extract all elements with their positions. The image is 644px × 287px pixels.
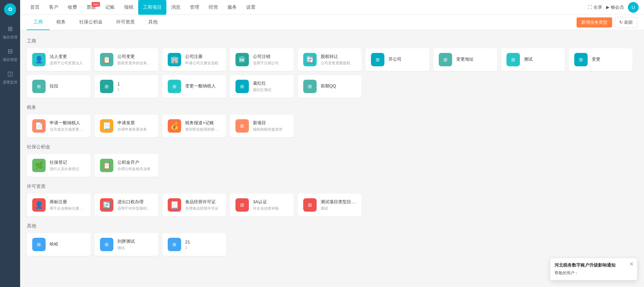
card-desc-apply-invoice: 办理申请发票业务 <box>117 127 153 132</box>
card-info-import-export: 进出口权办理 适用于对外贸易经营者 <box>117 199 153 211</box>
card-title-company-cancel: 公司注销 <box>253 54 288 60</box>
card-early-qq[interactable]: ⊞ 前期QQ <box>298 75 362 98</box>
sidebar-item-progress[interactable]: ◫ 进度监控 <box>0 66 20 88</box>
action-area: 新增业务类型 ↻ 刷新 <box>577 17 637 28</box>
card-social-reg[interactable]: 🌿 社保登记 进行人员社保登记 <box>27 154 91 177</box>
notification-close-button[interactable]: ✕ <box>629 261 634 267</box>
card-change[interactable]: ⊞ 变更 <box>569 48 633 71</box>
card-icon-legal-change: 👤 <box>32 53 46 66</box>
card-lala[interactable]: ⊞ 拉拉 <box>27 75 91 98</box>
card-equity-transfer[interactable]: 🔄 股权转让 公司变更需要股权转让 <box>298 48 362 71</box>
card-liu-pang[interactable]: ⊞ 刘胖测试 测试 <box>95 233 158 256</box>
cards-grid-gongshang: 👤 法人变更 适用于公司变更法人 📋 公司变更 股权变更外的业务变更 <box>27 48 637 98</box>
card-icon-apply-invoice: 📃 <box>100 119 113 133</box>
cards-grid-other: ⊞ 哈哈 ⊞ 刘胖测试 测试 ⊞ <box>27 233 637 256</box>
sidebar: ✿ ⊞ 项目管理 ⊟ 项目类型 ◫ 进度监控 <box>0 0 20 287</box>
fullscreen-btn[interactable]: ⛶ 全屏 <box>588 4 602 10</box>
tab-xuke[interactable]: 许可资质 <box>109 15 142 30</box>
nav-msg[interactable]: 消息 <box>166 0 185 15</box>
page-content: 工商 👤 法人变更 适用于公司变更法人 📋 公司变更 股权变更外的业务变更 <box>20 30 644 287</box>
card-company-cancel[interactable]: 🏛 公司注销 适用于注销公司 <box>230 48 294 71</box>
card-new-project[interactable]: ⊞ 新项目 报税加税控盘保管 <box>230 115 294 137</box>
section-title-other: 其他 <box>27 223 637 229</box>
card-icon-early-qq: ⊞ <box>303 80 317 93</box>
refresh-icon: ↻ <box>619 20 623 25</box>
card-title-3a-cert: 3A认证 <box>253 199 288 205</box>
card-import-export[interactable]: 🔄 进出口权办理 适用于对外贸易经营者 <box>95 194 158 216</box>
section-title-shebao: 社保公积金 <box>27 144 637 150</box>
nav-tax[interactable]: 报税 <box>119 0 138 15</box>
card-icon-change-tax: ⊞ <box>168 80 181 93</box>
card-one[interactable]: ⊞ 1 1 <box>95 75 158 98</box>
sub-panel: 工商 税务 社保公积金 许可资质 其他 新增业务类型 ↻ 刷新 工商 <box>20 15 644 287</box>
tab-other[interactable]: 其他 <box>142 15 164 30</box>
sidebar-item-project-mgmt[interactable]: ⊞ 项目管理 <box>0 21 20 43</box>
card-fund-account[interactable]: 📋 公积金开户 办理公积金相关业务 <box>95 154 158 177</box>
nav-mgmt[interactable]: 管理 <box>185 0 204 15</box>
card-apply-tax[interactable]: 📄 申请一般纳税人 当月或次月成变更完成 <box>27 115 91 137</box>
card-info-one: 1 1 <box>117 81 153 91</box>
card-desc-apply-tax: 当月或次月成变更完成 <box>50 127 85 132</box>
card-change-address[interactable]: ⊞ 变更地址 <box>433 48 497 71</box>
card-trademark[interactable]: 👤 商标注册 用于企业商标注册服务 <box>27 194 91 216</box>
card-twenty-one[interactable]: ⊞ 21 1 <box>162 233 226 256</box>
card-test[interactable]: ⊞ 测试 <box>501 48 565 71</box>
notification-popup: ✕ 河北税务数字账户升级影响通知 尊敬的用户： <box>550 258 637 280</box>
card-info-change-address: 变更地址 <box>456 56 492 63</box>
card-desc-liu-pang: 测试 <box>117 245 153 250</box>
member-btn[interactable]: ▶ 畅会员 <box>606 4 624 10</box>
tab-shebao[interactable]: 社保公积金 <box>72 15 109 30</box>
card-title-early-qq: 前期QQ <box>321 83 356 89</box>
card-title-tax-report: 税务报道+记账 <box>185 120 221 126</box>
nav-home[interactable]: 首页 <box>25 0 44 15</box>
card-info-tax-report: 税务报道+记账 拿到营业执照的新公司 <box>185 120 221 132</box>
card-legal-change[interactable]: 👤 法人变更 适用于公司变更法人 <box>27 48 91 71</box>
card-tax-report[interactable]: 💰 税务报道+记账 拿到营业执照的新公司 <box>162 115 226 137</box>
nav-account[interactable]: 记账 <box>101 0 119 15</box>
card-info-early-qq: 前期QQ <box>321 83 356 90</box>
card-3a-cert[interactable]: ⊞ 3A认证 对企业信誉评级 <box>230 194 294 216</box>
card-info-apply-invoice: 申请发票 办理申请发票业务 <box>117 120 153 132</box>
card-title-liu-pang: 刘胖测试 <box>117 238 153 244</box>
card-test-type[interactable]: ⊞ 测试项目类型目定义 测试 <box>298 194 362 216</box>
card-icon-haha: ⊞ <box>32 238 46 251</box>
project-mgmt-icon: ⊞ <box>5 24 15 33</box>
card-apply-invoice[interactable]: 📃 申请发票 办理申请发票业务 <box>95 115 158 137</box>
cards-grid-shebao: 🌿 社保登记 进行人员社保登记 📋 公积金开户 办理公积金相关业务 <box>27 154 637 177</box>
card-icon-lala: ⊞ <box>32 80 46 93</box>
add-business-type-button[interactable]: 新增业务类型 <box>577 17 612 27</box>
nav-billing[interactable]: 收费 <box>63 0 82 15</box>
refresh-button[interactable]: ↻ 刷新 <box>615 17 637 28</box>
nav-client[interactable]: 客户 <box>44 0 63 15</box>
nav-biz[interactable]: 工商项目 <box>138 0 166 15</box>
card-company-change[interactable]: 📋 公司变更 股权变更外的业务变更 <box>95 48 158 71</box>
sidebar-item-project-type[interactable]: ⊟ 项目类型 <box>0 43 20 66</box>
card-haha[interactable]: ⊞ 哈哈 <box>27 233 91 256</box>
card-info-test-type: 测试项目类型目定义 测试 <box>321 199 356 211</box>
card-open-company[interactable]: ⊞ 开公司 <box>366 48 429 71</box>
tab-gongshang[interactable]: 工商 <box>27 15 50 30</box>
badge-new: new <box>92 2 100 7</box>
card-ge-honghong[interactable]: ⊞ 葛红红 葛红红测试 <box>230 75 294 98</box>
card-desc-social-reg: 进行人员社保登记 <box>50 166 85 171</box>
card-info-legal-change: 法人变更 适用于公司变更法人 <box>50 54 85 66</box>
card-title-fund-account: 公积金开户 <box>117 159 153 165</box>
card-title-twenty-one: 21 <box>185 239 221 244</box>
card-info-twenty-one: 21 1 <box>185 239 221 249</box>
nav-ticket[interactable]: 票据 new <box>82 0 101 15</box>
tab-shuiwu[interactable]: 税务 <box>50 15 72 30</box>
card-icon-fund-account: 📋 <box>100 159 113 172</box>
card-change-tax[interactable]: ⊞ 变更一般纳税人 <box>162 75 226 98</box>
nav-settings[interactable]: 设置 <box>241 0 260 15</box>
nav-service[interactable]: 服务 <box>223 0 241 15</box>
card-icon-change: ⊞ <box>574 53 588 66</box>
card-desc-new-project: 报税加税控盘保管 <box>253 127 288 132</box>
card-title-company-reg: 公司注册 <box>185 54 221 60</box>
avatar[interactable]: U <box>628 2 639 13</box>
card-icon-company-cancel: 🏛 <box>235 53 249 66</box>
card-food-permit[interactable]: 📃 食品经营许可证 办理食品经营许可证 <box>162 194 226 216</box>
card-icon-twenty-one: ⊞ <box>168 238 181 251</box>
project-type-icon: ⊟ <box>5 47 15 56</box>
card-company-reg[interactable]: 🏢 公司注册 申请公司注册全流程 <box>162 48 226 71</box>
nav-ops[interactable]: 经营 <box>204 0 223 15</box>
